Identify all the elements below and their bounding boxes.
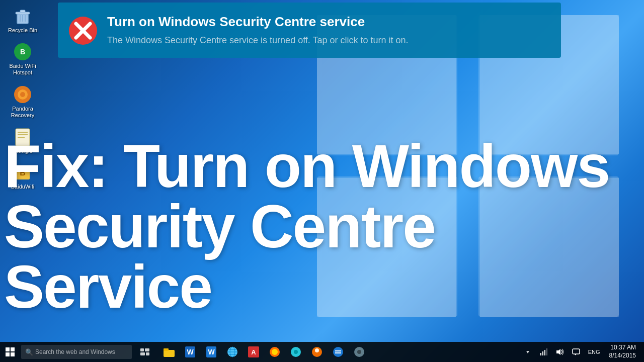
globe-taskbar-icon[interactable] bbox=[222, 342, 243, 362]
file-explorer-taskbar-icon[interactable] bbox=[159, 342, 179, 362]
settings-taskbar-icon[interactable] bbox=[349, 342, 369, 362]
tray-chevron-icon[interactable] bbox=[521, 342, 535, 362]
pandora-label: Pandora Recovery bbox=[7, 106, 39, 119]
baidu-wifi-image: B bbox=[14, 43, 32, 61]
taskbar: 🔍 bbox=[0, 342, 644, 362]
svg-rect-34 bbox=[140, 352, 145, 355]
task-view-button[interactable] bbox=[135, 342, 155, 362]
notification-content: Turn on Windows Security Centre service … bbox=[107, 14, 546, 47]
desktop: Recycle Bin B Baidu WiFi Hotspot Pandora… bbox=[0, 0, 644, 362]
overlay-line1: Fix: Turn on Windows bbox=[4, 136, 644, 196]
svg-rect-29 bbox=[11, 347, 15, 351]
start-button[interactable] bbox=[0, 342, 20, 362]
svg-point-60 bbox=[357, 350, 361, 354]
network-taskbar-icon[interactable] bbox=[286, 342, 306, 362]
orange-taskbar-icon[interactable] bbox=[307, 342, 327, 362]
task-view-icon bbox=[140, 348, 149, 355]
system-tray: ENG 10:37 AM 8/14/2015 bbox=[521, 342, 644, 362]
svg-rect-35 bbox=[146, 352, 149, 355]
taskbar-clock[interactable]: 10:37 AM 8/14/2015 bbox=[605, 342, 640, 362]
svg-rect-63 bbox=[542, 351, 543, 355]
baidu-wifi-icon[interactable]: B Baidu WiFi Hotspot bbox=[5, 41, 41, 78]
search-wrapper: 🔍 bbox=[21, 345, 132, 359]
recycle-bin-image bbox=[14, 7, 32, 25]
svg-point-51 bbox=[272, 349, 278, 355]
pandora-recovery-icon[interactable]: Pandora Recovery bbox=[5, 83, 41, 121]
clock-date: 8/14/2015 bbox=[609, 352, 636, 360]
svg-rect-57 bbox=[335, 350, 341, 351]
language-label: ENG bbox=[588, 349, 600, 355]
svg-point-55 bbox=[315, 348, 319, 352]
pandora-image bbox=[14, 85, 32, 104]
svg-marker-66 bbox=[556, 349, 560, 355]
svg-rect-58 bbox=[335, 352, 341, 353]
tray-language-icon[interactable]: ENG bbox=[585, 342, 603, 362]
svg-marker-61 bbox=[526, 351, 529, 353]
svg-rect-31 bbox=[11, 352, 15, 356]
svg-point-18 bbox=[20, 92, 25, 97]
clock-time: 10:37 AM bbox=[610, 344, 636, 352]
taskbar-middle: W W bbox=[155, 342, 521, 362]
svg-text:B: B bbox=[20, 48, 25, 56]
svg-rect-28 bbox=[6, 347, 10, 351]
tray-network-icon[interactable] bbox=[537, 342, 551, 362]
svg-rect-30 bbox=[6, 352, 10, 356]
svg-text:W: W bbox=[208, 348, 215, 356]
svg-rect-64 bbox=[544, 350, 545, 355]
svg-rect-10 bbox=[20, 10, 25, 13]
overlay-text-area: Fix: Turn on Windows Security Centre Ser… bbox=[0, 136, 644, 317]
acrobat-taskbar-icon[interactable]: A bbox=[244, 342, 264, 362]
windows-start-icon bbox=[6, 347, 15, 356]
search-icon: 🔍 bbox=[25, 348, 33, 356]
recycle-bin-label: Recycle Bin bbox=[8, 27, 37, 34]
svg-text:W: W bbox=[187, 348, 194, 356]
notification-error-icon bbox=[68, 16, 98, 46]
svg-rect-38 bbox=[164, 348, 169, 351]
notification-popup[interactable]: Turn on Windows Security Centre service … bbox=[58, 3, 561, 58]
svg-text:A: A bbox=[251, 348, 256, 356]
search-input[interactable] bbox=[21, 345, 132, 359]
recycle-bin-icon[interactable]: Recycle Bin bbox=[5, 5, 41, 36]
svg-rect-33 bbox=[145, 348, 149, 351]
word-taskbar-icon[interactable]: W bbox=[180, 342, 200, 362]
baidu-wifi-label: Baidu WiFi Hotspot bbox=[7, 63, 39, 76]
svg-point-53 bbox=[294, 350, 298, 354]
svg-rect-32 bbox=[140, 348, 144, 351]
notification-title: Turn on Windows Security Centre service bbox=[107, 14, 546, 30]
taskbar-app-icons: W W bbox=[159, 342, 369, 362]
tray-message-icon[interactable] bbox=[569, 342, 583, 362]
tray-volume-icon[interactable] bbox=[553, 342, 567, 362]
word2-taskbar-icon[interactable]: W bbox=[201, 342, 221, 362]
firefox-taskbar-icon[interactable] bbox=[265, 342, 285, 362]
overlay-line2: Security Centre Service bbox=[4, 196, 644, 317]
svg-rect-62 bbox=[540, 353, 541, 355]
svg-rect-65 bbox=[546, 348, 547, 355]
svg-point-56 bbox=[333, 347, 343, 357]
blue-net-taskbar-icon[interactable] bbox=[328, 342, 348, 362]
notification-body: The Windows Security Centre service is t… bbox=[107, 34, 546, 47]
svg-rect-67 bbox=[573, 349, 580, 354]
